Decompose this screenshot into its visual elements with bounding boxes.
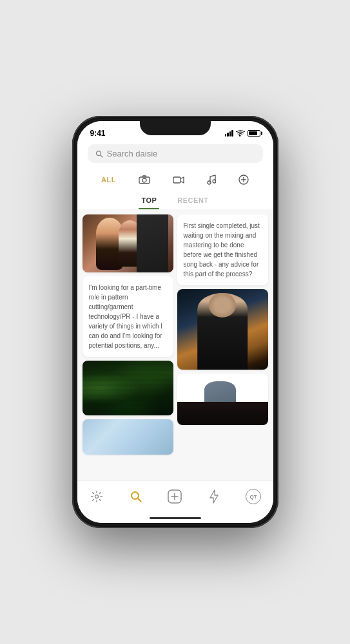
card-trees-image[interactable]: [83, 361, 173, 415]
flash-icon: [209, 489, 219, 504]
more-icon: [238, 175, 249, 185]
search-placeholder: Search daisie: [107, 149, 158, 158]
sort-tabs: TOP RECENT: [77, 191, 273, 209]
left-column: I'm looking for a part-time role in patt…: [83, 214, 173, 455]
profile-initials: QT: [250, 494, 257, 500]
battery-fill: [249, 131, 258, 135]
sort-tab-top[interactable]: TOP: [139, 194, 159, 209]
screen: 9:41: [77, 121, 273, 523]
tab-photo[interactable]: [133, 173, 155, 187]
card-job-text[interactable]: I'm looking for a part-time role in patt…: [83, 276, 173, 357]
card-person-image[interactable]: [177, 289, 268, 370]
content-grid: I'm looking for a part-time role in patt…: [83, 214, 268, 455]
home-indicator: [77, 515, 273, 523]
video-icon: [173, 176, 184, 184]
tab-all-label: ALL: [101, 176, 116, 184]
card-music-content: First single completed, just waiting on …: [177, 214, 268, 285]
svg-point-11: [93, 493, 94, 494]
nav-add[interactable]: [162, 486, 188, 507]
card-music-text[interactable]: First single completed, just waiting on …: [177, 214, 268, 285]
notch: [140, 121, 211, 135]
sort-tab-recent[interactable]: RECENT: [175, 194, 211, 209]
svg-line-1: [100, 155, 102, 156]
svg-rect-4: [173, 177, 180, 183]
music-icon: [207, 175, 216, 185]
search-bar-icon: [95, 150, 103, 158]
nav-search[interactable]: [123, 486, 149, 507]
nav-profile[interactable]: QT: [240, 486, 266, 507]
search-nav-icon: [130, 490, 142, 503]
card-blue-image[interactable]: [83, 419, 173, 455]
status-time: 9:41: [90, 129, 106, 138]
tab-video[interactable]: [168, 173, 190, 187]
tab-music[interactable]: [202, 172, 221, 187]
card-landscape-image[interactable]: [177, 374, 268, 425]
card-job-content: I'm looking for a part-time role in patt…: [83, 276, 173, 357]
home-bar: [150, 517, 201, 519]
svg-point-10: [95, 495, 98, 498]
nav-flash[interactable]: [201, 486, 227, 507]
settings-icon: [90, 490, 103, 503]
bottom-nav: ·: [77, 480, 273, 515]
signal-icon: [225, 130, 233, 137]
battery-icon: [248, 130, 260, 137]
svg-line-13: [137, 498, 141, 502]
card-makeup-image[interactable]: [83, 214, 173, 272]
content-area[interactable]: I'm looking for a part-time role in patt…: [77, 209, 273, 480]
status-icons: [225, 130, 260, 137]
search-container: Search daisie: [77, 140, 273, 168]
category-tabs: ALL: [77, 168, 273, 191]
nav-settings[interactable]: ·: [84, 486, 110, 507]
wifi-icon: [236, 130, 245, 137]
status-bar: 9:41: [77, 121, 273, 140]
svg-point-3: [142, 178, 146, 182]
tab-more[interactable]: [233, 172, 254, 187]
right-column: First single completed, just waiting on …: [177, 214, 268, 455]
search-bar[interactable]: Search daisie: [88, 144, 263, 163]
add-icon: [168, 489, 182, 504]
camera-icon: [139, 175, 150, 184]
phone-frame: 9:41: [72, 116, 278, 528]
tab-all[interactable]: ALL: [96, 173, 121, 186]
